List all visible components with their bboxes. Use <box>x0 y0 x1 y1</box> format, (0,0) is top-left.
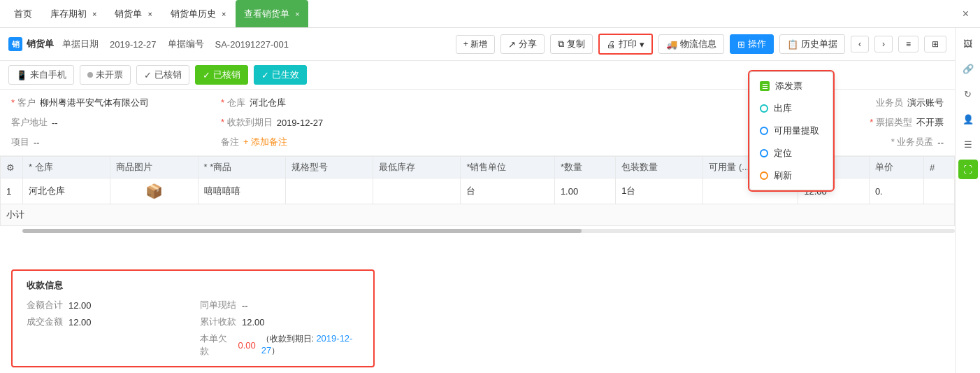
effective-button[interactable]: ✓ 已生效 <box>254 65 307 85</box>
same-order-value: -- <box>242 300 248 311</box>
operations-dropdown: ☰ 添发票 出库 可用量提取 定位 刷新 <box>749 71 833 190</box>
add-invoice-icon: ☰ <box>760 81 770 91</box>
sidebar-image-btn[interactable]: 🖼 <box>958 34 978 53</box>
th-warehouse: * 仓库 <box>23 157 110 178</box>
scroll-thumb <box>22 229 582 233</box>
transaction-row: 成交金额 12.00 <box>27 316 186 328</box>
cumulative-value: 12.00 <box>242 317 265 328</box>
from-phone-button[interactable]: 📱 来自手机 <box>8 65 74 85</box>
note-field: 备注 + 添加备注 <box>221 136 403 148</box>
share-icon: ↗ <box>508 39 516 50</box>
th-price: 单价 <box>869 157 923 178</box>
operations-button[interactable]: ⊞ 操作 <box>730 34 774 54</box>
tab-sales-history-close[interactable]: × <box>222 10 226 18</box>
warehouse-value: 河北仓库 <box>250 97 286 109</box>
content-area: 销 销货单 单据日期 2019-12-27 单据编号 SA-20191227-0… <box>0 28 980 373</box>
sidebar-user-btn[interactable]: 👤 <box>958 109 978 129</box>
add-note-button[interactable]: + 添加备注 <box>243 136 287 148</box>
not-open-dot <box>87 72 93 78</box>
th-settings[interactable]: ⚙ <box>1 157 23 178</box>
th-min-stock: 最低库存 <box>373 157 461 178</box>
copy-button[interactable]: ⧉ 复制 <box>550 34 593 54</box>
row-min-stock <box>373 178 461 204</box>
transaction-value: 12.00 <box>69 317 92 328</box>
doc-number-label: 单据编号 <box>168 38 204 50</box>
add-invoice-item[interactable]: ☰ 添发票 <box>750 75 833 97</box>
doc-number-value: SA-20191227-001 <box>215 39 289 50</box>
th-image: 商品图片 <box>110 157 198 178</box>
warehouse-label: 仓库 <box>221 97 245 109</box>
not-open-button[interactable]: 未开票 <box>80 65 131 85</box>
row-unit: 台 <box>461 178 554 204</box>
sidebar-refresh-icon: ↻ <box>964 89 972 99</box>
horizontal-scrollbar[interactable] <box>22 229 955 233</box>
view-grid-button[interactable]: ⊞ <box>924 36 946 52</box>
row-spec <box>285 178 373 204</box>
due-date-note: 2019-12-27 <box>261 333 353 356</box>
tab-inventory-init-close[interactable]: × <box>92 10 96 18</box>
outbound-icon <box>760 104 768 113</box>
address-value: -- <box>52 118 58 128</box>
th-qty: *数量 <box>554 157 615 178</box>
checked-button[interactable]: ✓ 已核销 <box>136 65 189 85</box>
tab-sales-history[interactable]: 销货单历史 × <box>162 0 234 27</box>
row-price: 0. <box>869 178 923 204</box>
tab-sales-order-close[interactable]: × <box>147 10 152 18</box>
sidebar-refresh-btn[interactable]: ↻ <box>958 84 978 104</box>
tab-sales-order[interactable]: 销货单 × <box>106 0 160 27</box>
logistics-button[interactable]: 🚚 物流信息 <box>658 34 724 54</box>
effective-check-icon: ✓ <box>261 70 269 80</box>
nav-left-button[interactable]: ‹ <box>851 36 869 52</box>
row-warehouse: 河北仓库 <box>23 178 110 204</box>
tab-home-label: 首页 <box>14 8 32 20</box>
salesperson-field: * 业务员孟 -- <box>891 136 944 148</box>
doc-date-value: 2019-12-27 <box>110 39 157 50</box>
cumulative-label: 累计收款 <box>200 316 236 328</box>
sidebar-fullscreen-btn[interactable]: ⛶ <box>958 160 978 179</box>
print-dropdown-arrow: ▾ <box>640 39 644 50</box>
phone-icon: 📱 <box>16 70 27 80</box>
share-button[interactable]: ↗ 分享 <box>500 34 545 54</box>
locate-icon <box>760 149 768 157</box>
qty-extract-item[interactable]: 可用量提取 <box>750 120 833 142</box>
tab-view-sales[interactable]: 查看销货单 × <box>236 0 308 27</box>
invoice-type-value: 不开票 <box>916 116 944 129</box>
history-button[interactable]: 📋 历史单据 <box>779 34 845 54</box>
print-button[interactable]: 🖨 打印 ▾ <box>598 34 653 55</box>
due-note: （收款到期日: 2019-12-27） <box>261 333 359 357</box>
locate-item[interactable]: 定位 <box>750 142 833 164</box>
refresh-item[interactable]: 刷新 <box>750 164 833 187</box>
refresh-label: 刷新 <box>774 169 792 182</box>
customer-label: 客户 <box>11 97 36 109</box>
staff-field: 业务员 演示账号 <box>876 97 944 109</box>
subtotal-label: 小计 <box>1 204 955 226</box>
th-product: * *商品 <box>198 157 285 178</box>
due-date-field: 收款到期日 2019-12-27 <box>221 116 403 129</box>
row-product: 嘻嘻嘻嘻 <box>198 178 285 204</box>
invoice-type-field: 票据类型 不开票 <box>870 116 944 129</box>
global-close-button[interactable]: × <box>957 5 974 23</box>
project-field: 项目 -- <box>11 136 193 148</box>
staff-label: 业务员 <box>876 97 903 109</box>
staff-value: 演示账号 <box>907 97 944 109</box>
tab-inventory-init[interactable]: 库存期初 × <box>42 0 105 27</box>
row-extra <box>923 178 954 204</box>
sidebar-link-btn[interactable]: 🔗 <box>958 59 978 78</box>
sidebar-list-btn[interactable]: ☰ <box>958 134 978 154</box>
nav-right-button[interactable]: › <box>874 36 893 52</box>
copy-icon: ⧉ <box>558 38 564 50</box>
view-list-button[interactable]: ≡ <box>898 36 918 52</box>
row-image: 📦 <box>110 178 198 204</box>
product-image-placeholder: 📦 <box>145 183 163 199</box>
sidebar-fullscreen-icon: ⛶ <box>963 164 972 175</box>
new-button[interactable]: + 新增 <box>456 35 495 54</box>
th-pack-qty: 包装数量 <box>616 157 703 178</box>
doc-header: 销 销货单 单据日期 2019-12-27 单据编号 SA-20191227-0… <box>0 28 955 61</box>
cancelled-button[interactable]: ✓ 已核销 <box>195 65 248 85</box>
outbound-item[interactable]: 出库 <box>750 97 833 120</box>
tab-view-sales-close[interactable]: × <box>295 10 299 18</box>
add-invoice-label: 添发票 <box>775 80 802 92</box>
tab-home[interactable]: 首页 <box>6 0 41 27</box>
due-date-value: 2019-12-27 <box>277 118 324 128</box>
warehouse-field: 仓库 河北仓库 <box>221 97 403 109</box>
